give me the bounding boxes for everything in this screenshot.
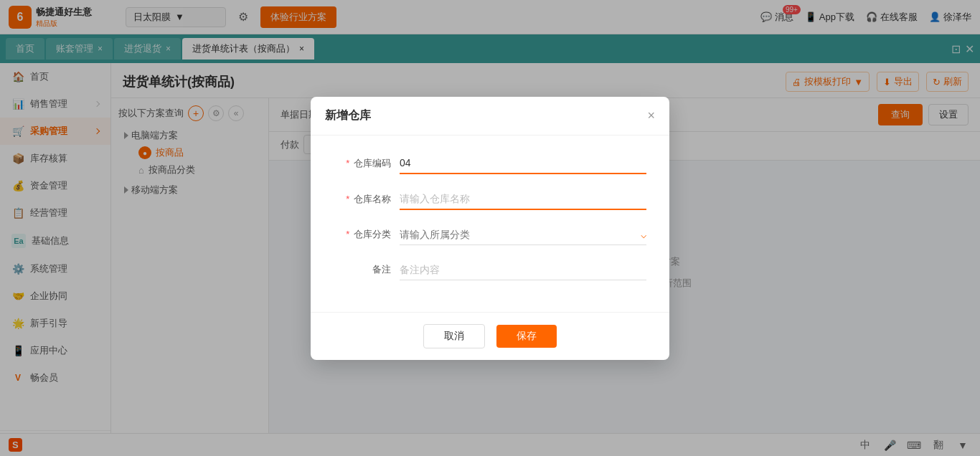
category-input[interactable] (400, 229, 641, 240)
note-label: 备注 (334, 263, 391, 276)
modal-header: 新增仓库 × (311, 97, 669, 136)
modal-body: * 仓库编码 * 仓库名称 * 仓库分类 (311, 136, 669, 312)
modal-title: 新增仓库 (325, 108, 371, 123)
modal-close-button[interactable]: × (647, 109, 655, 122)
name-label: * 仓库名称 (334, 193, 391, 206)
form-row-code: * 仓库编码 (334, 153, 646, 174)
category-select-wrapper[interactable]: ⌵ (400, 224, 646, 245)
form-row-note: 备注 (334, 260, 646, 280)
name-input[interactable] (400, 189, 646, 210)
required-indicator: * (346, 158, 349, 168)
modal-overlay[interactable]: 新增仓库 × * 仓库编码 * 仓库名称 (0, 0, 980, 456)
save-button[interactable]: 保存 (496, 325, 557, 348)
cancel-button[interactable]: 取消 (423, 324, 485, 348)
modal-dialog: 新增仓库 × * 仓库编码 * 仓库名称 (311, 97, 669, 360)
note-input[interactable] (400, 260, 646, 280)
form-row-category: * 仓库分类 ⌵ (334, 224, 646, 245)
code-input[interactable] (400, 153, 646, 174)
form-row-name: * 仓库名称 (334, 189, 646, 210)
category-label: * 仓库分类 (334, 228, 391, 241)
required-indicator-3: * (346, 229, 349, 239)
code-label: * 仓库编码 (334, 157, 391, 170)
required-indicator-2: * (346, 194, 349, 204)
dropdown-arrow-icon: ⌵ (641, 229, 646, 240)
modal-footer: 取消 保存 (311, 312, 669, 360)
